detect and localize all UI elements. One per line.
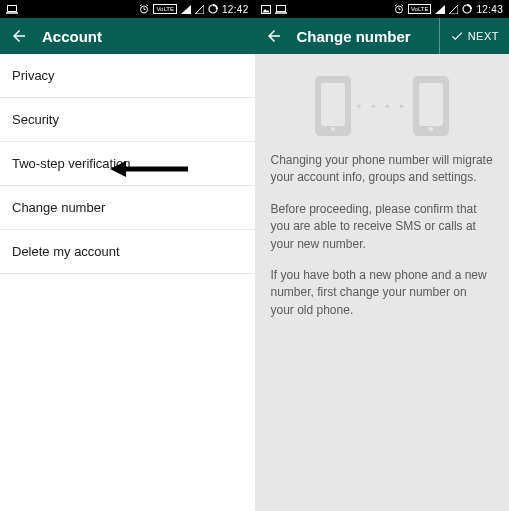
alarm-icon bbox=[394, 4, 404, 14]
svg-rect-0 bbox=[8, 5, 17, 11]
phones-illustration: • • • • bbox=[255, 54, 510, 152]
back-button[interactable] bbox=[265, 27, 283, 45]
data-icon bbox=[208, 4, 218, 14]
statusbar-right: VoLTE 12:43 bbox=[255, 0, 510, 18]
list-item-change-number[interactable]: Change number bbox=[0, 186, 255, 230]
clock-right: 12:43 bbox=[476, 4, 503, 15]
appbar-left: Account bbox=[0, 18, 255, 54]
info-paragraph-2: Before proceeding, please confirm that y… bbox=[271, 201, 494, 253]
svg-marker-7 bbox=[181, 5, 191, 14]
data-icon bbox=[462, 4, 472, 14]
svg-marker-21 bbox=[435, 5, 445, 14]
page-title-right: Change number bbox=[297, 28, 425, 45]
svg-marker-8 bbox=[195, 5, 204, 14]
image-icon bbox=[261, 5, 271, 14]
page-title-left: Account bbox=[42, 28, 245, 45]
info-text: Changing your phone number will migrate … bbox=[255, 152, 510, 333]
signal-icon bbox=[181, 5, 191, 14]
back-button[interactable] bbox=[10, 27, 28, 45]
next-button[interactable]: NEXT bbox=[439, 18, 499, 54]
settings-list: Privacy Security Two-step verification C… bbox=[0, 54, 255, 274]
account-screen: VoLTE 12:42 Account Privacy Security Two… bbox=[0, 0, 255, 511]
laptop-icon bbox=[6, 5, 18, 14]
signal-icon bbox=[435, 5, 445, 14]
info-paragraph-3: If you have both a new phone and a new n… bbox=[271, 267, 494, 319]
transfer-dots: • • • • bbox=[357, 99, 407, 114]
info-paragraph-1: Changing your phone number will migrate … bbox=[271, 152, 494, 187]
volte-badge: VoLTE bbox=[153, 4, 177, 14]
svg-line-4 bbox=[147, 5, 149, 6]
laptop-icon bbox=[275, 5, 287, 14]
list-item-two-step[interactable]: Two-step verification bbox=[0, 142, 255, 186]
signal2-icon bbox=[195, 5, 204, 14]
list-item-security[interactable]: Security bbox=[0, 98, 255, 142]
svg-marker-13 bbox=[262, 9, 269, 13]
alarm-icon bbox=[139, 4, 149, 14]
signal2-icon bbox=[449, 5, 458, 14]
statusbar-left: VoLTE 12:42 bbox=[0, 0, 255, 18]
change-number-screen: VoLTE 12:43 Change number NEXT • • • • bbox=[255, 0, 510, 511]
clock-left: 12:42 bbox=[222, 4, 249, 15]
appbar-right: Change number NEXT bbox=[255, 18, 510, 54]
svg-line-18 bbox=[401, 5, 403, 6]
svg-line-17 bbox=[395, 5, 397, 6]
phone-new-icon bbox=[413, 76, 449, 136]
volte-badge: VoLTE bbox=[408, 4, 432, 14]
list-item-delete-account[interactable]: Delete my account bbox=[0, 230, 255, 274]
next-label: NEXT bbox=[468, 30, 499, 42]
svg-marker-22 bbox=[449, 5, 458, 14]
phone-old-icon bbox=[315, 76, 351, 136]
svg-rect-14 bbox=[276, 5, 285, 11]
list-item-privacy[interactable]: Privacy bbox=[0, 54, 255, 98]
svg-line-3 bbox=[140, 5, 142, 6]
